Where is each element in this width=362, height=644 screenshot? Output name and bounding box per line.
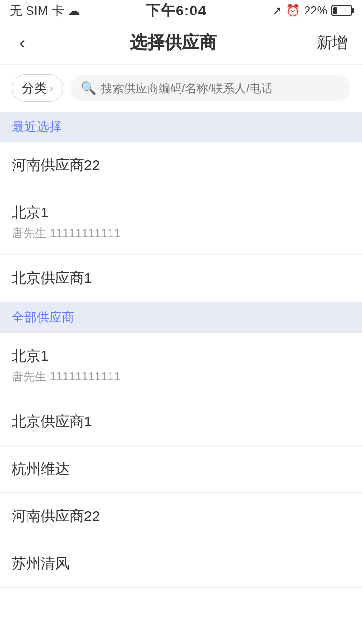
list-item[interactable]: 河南供应商22 <box>0 142 362 189</box>
list-item[interactable]: 北京供应商1 <box>0 398 362 446</box>
alarm-icon: ⏰ <box>286 4 300 17</box>
list-item[interactable]: 北京1唐先生 11111111111 <box>0 333 362 398</box>
battery-icon <box>331 5 352 16</box>
item-name: 北京1 <box>12 203 350 223</box>
item-name: 北京供应商1 <box>12 268 350 288</box>
list-item[interactable]: 苏州清风 <box>0 540 362 588</box>
chevron-right-icon: › <box>50 83 53 94</box>
category-label: 分类 <box>22 80 47 97</box>
item-name: 北京供应商1 <box>12 412 350 432</box>
search-icon: 🔍 <box>81 81 96 96</box>
back-button[interactable]: ‹ <box>14 28 30 58</box>
item-name: 苏州清风 <box>12 554 350 574</box>
sections-container: 最近选择河南供应商22北京1唐先生 11111111111北京供应商1全部供应商… <box>0 112 362 588</box>
item-sub: 唐先生 11111111111 <box>12 225 350 241</box>
status-time: 下午6:04 <box>146 1 207 21</box>
list-item[interactable]: 杭州维达 <box>0 446 362 493</box>
page-title: 选择供应商 <box>130 31 217 55</box>
item-sub: 唐先生 11111111111 <box>12 369 350 384</box>
location-icon: ↗ <box>272 4 282 17</box>
list-item[interactable]: 北京1唐先生 11111111111 <box>0 189 362 255</box>
category-button[interactable]: 分类 › <box>12 74 63 102</box>
list-item[interactable]: 河南供应商22 <box>0 493 362 540</box>
sim-status: 无 SIM 卡 ☁ <box>10 2 80 19</box>
search-input[interactable] <box>101 82 341 95</box>
add-button[interactable]: 新增 <box>317 32 348 54</box>
search-area: 分类 › 🔍 <box>0 65 362 112</box>
nav-bar: ‹ 选择供应商 新增 <box>0 21 362 65</box>
search-box[interactable]: 🔍 <box>71 75 350 101</box>
section-header-all: 全部供应商 <box>0 302 362 333</box>
item-name: 杭州维达 <box>12 459 350 479</box>
battery-percent: 22% <box>304 4 327 17</box>
status-left: 无 SIM 卡 ☁ <box>10 2 80 19</box>
list-item[interactable]: 北京供应商1 <box>0 255 362 302</box>
item-name: 北京1 <box>12 346 350 366</box>
status-bar: 无 SIM 卡 ☁ 下午6:04 ↗ ⏰ 22% <box>0 0 362 21</box>
status-right: ↗ ⏰ 22% <box>272 4 352 17</box>
section-header-recent: 最近选择 <box>0 112 362 142</box>
item-name: 河南供应商22 <box>12 155 350 175</box>
item-name: 河南供应商22 <box>12 506 350 526</box>
